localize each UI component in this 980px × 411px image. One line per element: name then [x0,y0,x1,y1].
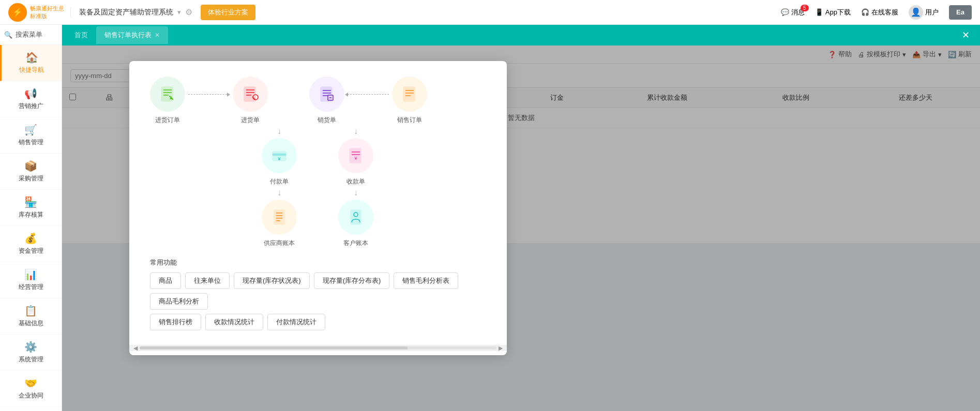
tab-bar: 首页 销售订单执行表 ✕ ✕ [62,25,980,45]
dropdown-icon[interactable]: ▾ [177,8,181,16]
search-menu[interactable]: 🔍 搜索菜单 [0,25,62,45]
sidebar-item-quick-nav[interactable]: 🏠 快捷导航 [0,45,62,81]
purchase-bill-icon [233,77,268,112]
func-btn-stock-status[interactable]: 现存量(库存状况表) [234,272,310,289]
main-layout: 🔍 搜索菜单 🏠 快捷导航 📢 营销推广 🛒 销售管理 📦 采购管理 🏪 库存核… [0,25,980,411]
flow-node-supplier-ledger[interactable]: 供应商账本 [262,200,297,248]
logo-text: 畅康通好生意 标准版 [30,5,64,20]
flow-node-sales-order[interactable]: 销售订单 [392,77,427,125]
receipt-icon: ¥ [338,138,373,173]
logo-icon: ⚡ [8,3,27,22]
sidebar-item-label: 资金管理 [19,247,43,255]
sales-bill-icon [309,77,344,112]
sidebar-item-purchase[interactable]: 📦 采购管理 [0,154,62,190]
sales-order-icon [392,77,427,112]
operation-icon: 📊 [24,268,37,281]
scroll-thumb [140,346,408,349]
system-title: 装备及固定资产辅助管理系统 [79,8,173,17]
modal-box: 进货订单 进货单 [129,61,507,355]
func-btn-payment-stats[interactable]: 付款情况统计 [267,314,325,330]
flow-node-receipt[interactable]: ¥ 收款单 [338,138,373,186]
func-btn-stock-distribution[interactable]: 现存量(库存分布表) [314,272,390,289]
download-icon: 📱 [815,8,823,16]
purchase-bill-label: 进货单 [241,116,260,125]
svg-text:¥: ¥ [354,156,357,161]
sidebar-item-marketing[interactable]: 📢 营销推广 [0,81,62,117]
trial-button[interactable]: 体验行业方案 [201,5,255,20]
arrow-down-purchase-bill [277,127,281,138]
finance-icon: 💰 [24,232,37,245]
scroll-right-arrow[interactable]: ▶ [496,345,505,352]
svg-text:¥: ¥ [277,156,281,161]
header-actions: 💬 消息 5 📱 App下载 🎧 在线客服 👤 用户 Ea [781,5,972,20]
app-download-label: App下载 [825,8,851,17]
settings-icon[interactable]: ⚙ [185,7,192,17]
flow-node-purchase-order[interactable]: 进货订单 [150,77,185,125]
message-badge: 5 [801,5,809,11]
scroll-left-arrow[interactable]: ◀ [131,345,140,352]
purchase-icon: 📦 [24,160,37,172]
svg-rect-15 [403,87,415,101]
sidebar-item-label: 基础信息 [19,319,43,328]
sidebar-item-newguide[interactable]: 🎓 新手引导 [0,407,62,411]
func-btn-partners[interactable]: 往来单位 [185,272,230,289]
func-btn-receipt-stats[interactable]: 收款情况统计 [205,314,263,330]
message-icon-item[interactable]: 💬 消息 5 [781,8,805,17]
sidebar-item-label: 经营管理 [19,283,43,292]
home-icon: 🏠 [25,51,38,64]
logo-area: ⚡ 畅康通好生意 标准版 [8,3,70,22]
arrow-down-sales-bill [354,127,358,138]
tab-close-icon[interactable]: ✕ [155,32,160,39]
online-service-item[interactable]: 🎧 在线客服 [861,8,898,17]
flow-node-sales-bill[interactable]: 销货单 [309,77,344,125]
sidebar-item-basic[interactable]: 📋 基础信息 [0,298,62,334]
func-btn-sales-ranking[interactable]: 销售排行榜 [150,314,201,330]
supplier-ledger-label: 供应商账本 [264,239,295,248]
purchase-order-label: 进货订单 [155,116,180,125]
common-functions-title: 常用功能 [150,258,486,267]
flow-node-customer-ledger[interactable]: 客户账本 [338,200,373,248]
enterprise-icon: 🤝 [24,377,37,389]
func-btn-goods[interactable]: 商品 [150,272,181,289]
func-btn-goods-profit-analysis[interactable]: 商品毛利分析 [150,293,208,310]
svg-rect-20 [273,154,286,156]
payment-label: 付款单 [270,177,289,186]
sidebar-item-system[interactable]: ⚙️ 系统管理 [0,334,62,371]
func-buttons-row2: 销售排行榜 收款情况统计 付款情况统计 [150,314,486,330]
modal-overlay[interactable]: 进货订单 进货单 [62,45,980,411]
payment-icon: ¥ [262,138,297,173]
search-menu-label: 搜索菜单 [16,30,42,39]
func-btn-sales-profit-analysis[interactable]: 销售毛利分析表 [394,272,458,289]
search-icon: 🔍 [4,31,12,39]
sidebar-item-inventory[interactable]: 🏪 库存核算 [0,190,62,226]
scroll-track[interactable] [140,346,496,349]
sidebar-item-operation[interactable]: 📊 经营管理 [0,262,62,298]
logo-line2: 标准版 [30,12,64,20]
sidebar-item-label: 系统管理 [19,355,43,364]
headset-icon: 🎧 [861,8,869,16]
modal-scrollbar[interactable]: ◀ ▶ [129,345,507,351]
tab-sales-order[interactable]: 销售订单执行表 ✕ [96,26,168,44]
flow-section: 进货订单 进货单 [129,61,507,258]
window-close-icon[interactable]: ✕ [956,29,976,41]
online-service-label: 在线客服 [871,8,898,17]
receipt-label: 收款单 [346,177,365,186]
tab-home[interactable]: 首页 [66,26,96,44]
system-title-area: 装备及固定资产辅助管理系统 ▾ ⚙ [70,7,201,17]
sidebar-item-label: 营销推广 [19,102,43,111]
user-profile-item[interactable]: 👤 用户 [909,5,939,20]
sidebar-item-finance[interactable]: 💰 资金管理 [0,226,62,262]
flow-node-payment[interactable]: ¥ 付款单 [262,138,297,186]
flow-node-purchase-bill[interactable]: 进货单 [233,77,268,125]
inventory-icon: 🏪 [24,196,37,208]
arrow-down-payment [277,188,281,200]
customer-ledger-icon [338,200,373,235]
sidebar-item-enterprise[interactable]: 🤝 企业协同 [0,371,62,407]
sales-bill-label: 销货单 [318,116,336,125]
app-download-item[interactable]: 📱 App下载 [815,8,851,17]
system-icon: ⚙️ [24,341,37,353]
sidebar-item-sales[interactable]: 🛒 销售管理 [0,117,62,154]
svg-rect-26 [274,210,284,224]
svg-rect-9 [321,87,332,101]
arrow-down-receipt [354,188,358,200]
